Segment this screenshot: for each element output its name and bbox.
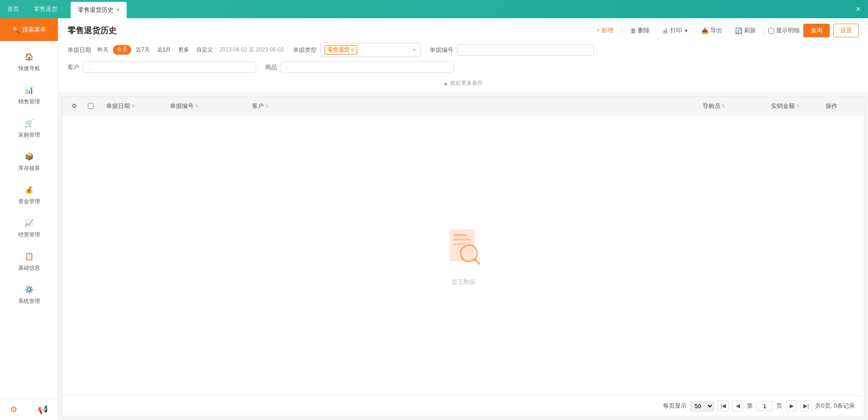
doc-type-tag: 零售退货 × xyxy=(324,45,357,55)
svg-line-6 xyxy=(475,259,479,264)
last-page-button[interactable]: ▶| xyxy=(801,400,812,411)
content-area: 零售退货历史 + 新增 🗑 删除 🖨 打印 ▼ 📤 导出 xyxy=(58,18,868,420)
th-guide-label: 导购员 xyxy=(703,102,720,110)
th-ops-label: 操作 xyxy=(826,102,837,110)
tab-retail-return-history-close[interactable]: × xyxy=(116,7,119,13)
sidebar-volume-button[interactable]: 📢 xyxy=(38,405,48,415)
sidebar-item-operations[interactable]: 📈 经营管理 xyxy=(0,211,58,244)
quick-nav-icon: 🏠 xyxy=(23,50,36,63)
th-guide-sort-icon: ⇅ xyxy=(722,103,725,108)
new-button[interactable]: + 新增 xyxy=(592,24,618,37)
purchase-icon: 🛒 xyxy=(23,117,36,129)
svg-rect-1 xyxy=(453,234,467,236)
total-info: 共0页, 0条记录 xyxy=(815,402,855,410)
doc-num-input[interactable] xyxy=(457,44,594,56)
th-customer-sort-icon: ⇅ xyxy=(265,103,269,108)
sidebar-item-operations-label: 经营管理 xyxy=(18,231,40,239)
date-filter-group: 单据日期 昨天 今天 近7天 近1月 更多 自定义 2023-06-02 至 2… xyxy=(67,45,284,55)
export-button[interactable]: 📤 导出 xyxy=(697,24,727,37)
sales-icon: 📊 xyxy=(23,83,36,96)
date-btn-yesterday[interactable]: 昨天 xyxy=(95,45,111,55)
goods-select[interactable]: ... xyxy=(281,61,454,73)
date-btn-more[interactable]: 更多 xyxy=(175,45,192,55)
th-guide[interactable]: 导购员 ⇅ xyxy=(699,102,767,110)
display-detail-checkbox[interactable]: 显示明细 xyxy=(768,26,800,35)
main-layout: 🔍 搜索菜单 🏠 快捷导航 📊 销售管理 🛒 采购管理 📦 库存核算 💰 xyxy=(0,18,868,420)
basic-info-icon: 📋 xyxy=(23,250,36,262)
tab-retail-return-history-label: 零售退货历史 xyxy=(78,6,113,14)
doc-type-dropdown-icon: ▼ xyxy=(412,47,416,52)
page-size-select[interactable]: 50 20 100 xyxy=(690,401,714,411)
doc-type-remove-button[interactable]: × xyxy=(351,47,354,53)
tab-retail-return[interactable]: 零售退货 × xyxy=(26,0,71,18)
next-page-button[interactable]: ▶ xyxy=(786,400,797,411)
sidebar: 🔍 搜索菜单 🏠 快捷导航 📊 销售管理 🛒 采购管理 📦 库存核算 💰 xyxy=(0,18,58,420)
th-customer[interactable]: 客户 ⇅ xyxy=(248,102,699,110)
sidebar-item-quick-nav[interactable]: 🏠 快捷导航 xyxy=(0,45,58,78)
column-settings-icon: ⚙ xyxy=(72,102,77,109)
doc-type-select[interactable]: 零售退货 × ▼ xyxy=(320,43,421,57)
refresh-label: 刷新 xyxy=(744,26,756,35)
customer-select[interactable]: ... xyxy=(83,61,256,73)
column-settings[interactable]: ⚙ xyxy=(68,102,84,109)
th-amount[interactable]: 实销金额 ⇅ xyxy=(767,102,822,110)
tab-home[interactable]: 首页 xyxy=(0,0,26,18)
date-filter-buttons: 昨天 今天 近7天 近1月 更多 自定义 xyxy=(95,45,216,55)
finance-icon: 💰 xyxy=(23,183,36,196)
search-icon: 🔍 xyxy=(12,26,20,33)
date-btn-7days[interactable]: 近7天 xyxy=(133,45,153,55)
sidebar-search-label: 搜索菜单 xyxy=(22,26,46,34)
sidebar-item-system-label: 系统管理 xyxy=(18,297,40,305)
sidebar-menu: 🏠 快捷导航 📊 销售管理 🛒 采购管理 📦 库存核算 💰 资金管理 📈 xyxy=(0,41,58,399)
date-btn-today[interactable]: 今天 xyxy=(113,45,131,55)
doc-num-label: 单据编号 xyxy=(430,46,453,54)
print-icon: 🖨 xyxy=(663,27,668,34)
sidebar-item-purchase[interactable]: 🛒 采购管理 xyxy=(0,111,58,144)
th-customer-label: 客户 xyxy=(252,102,264,110)
select-all-checkbox[interactable] xyxy=(88,103,94,109)
table-body: 暂无数据 xyxy=(62,115,864,395)
refresh-icon: 🔄 xyxy=(735,27,742,34)
doc-type-label: 单据类型 xyxy=(293,46,317,54)
sidebar-item-finance[interactable]: 💰 资金管理 xyxy=(0,178,58,211)
sidebar-bottom: ⚙ 📢 xyxy=(0,399,58,420)
refresh-button[interactable]: 🔄 刷新 xyxy=(730,24,760,37)
sidebar-item-system[interactable]: ⚙️ 系统管理 xyxy=(0,277,58,311)
goods-placeholder: ... xyxy=(285,64,290,71)
display-detail-check[interactable] xyxy=(768,28,774,34)
date-btn-custom[interactable]: 自定义 xyxy=(194,45,216,55)
prev-page-button[interactable]: ◀ xyxy=(732,400,743,411)
window-close-button[interactable]: × xyxy=(848,5,868,14)
pagination: 每页显示 50 20 100 |◀ ◀ 第 页 ▶ ▶| 共0页, 0条记录 xyxy=(62,395,864,416)
first-page-button[interactable]: |◀ xyxy=(718,400,729,411)
print-button[interactable]: 🖨 打印 ▼ xyxy=(658,24,693,37)
checkbox-column-header[interactable] xyxy=(84,103,103,109)
svg-rect-2 xyxy=(453,239,471,241)
sidebar-item-basic-info[interactable]: 📋 基础信息 xyxy=(0,244,58,277)
system-icon: ⚙️ xyxy=(23,283,36,296)
page-number-input[interactable] xyxy=(756,401,773,411)
th-num[interactable]: 单据编号 ⇅ xyxy=(166,102,248,110)
th-date[interactable]: 单据日期 ⇅ xyxy=(103,102,166,110)
date-btn-1month[interactable]: 近1月 xyxy=(154,45,174,55)
tab-retail-return-history[interactable]: 零售退货历史 × xyxy=(71,2,127,18)
customer-filter-group: 客户 ... xyxy=(67,61,256,73)
settings-button[interactable]: 设置 xyxy=(833,24,859,37)
page-title-row: 零售退货历史 + 新增 🗑 删除 🖨 打印 ▼ 📤 导出 xyxy=(67,24,859,37)
delete-button[interactable]: 🗑 删除 xyxy=(626,24,654,37)
page-label-prefix: 第 xyxy=(747,402,753,410)
sidebar-item-basic-info-label: 基础信息 xyxy=(18,264,40,272)
sidebar-item-inventory[interactable]: 📦 库存核算 xyxy=(0,144,58,178)
sidebar-item-sales[interactable]: 📊 销售管理 xyxy=(0,78,58,111)
operations-icon: 📈 xyxy=(23,216,36,229)
print-label: 打印 xyxy=(670,26,682,35)
page-title: 零售退货历史 xyxy=(67,25,117,36)
inventory-icon: 📦 xyxy=(23,150,36,163)
collapse-filter-button[interactable]: ▲ 收起更多条件 xyxy=(67,77,859,89)
sidebar-search-button[interactable]: 🔍 搜索菜单 xyxy=(0,18,58,41)
tab-retail-return-close[interactable]: × xyxy=(60,6,63,12)
sidebar-settings-button[interactable]: ⚙ xyxy=(10,405,17,415)
query-button[interactable]: 查询 xyxy=(803,24,830,37)
page-header: 零售退货历史 + 新增 🗑 删除 🖨 打印 ▼ 📤 导出 xyxy=(58,18,868,93)
table-header: ⚙ 单据日期 ⇅ 单据编号 ⇅ 客户 ⇅ 导购员 xyxy=(62,97,864,115)
